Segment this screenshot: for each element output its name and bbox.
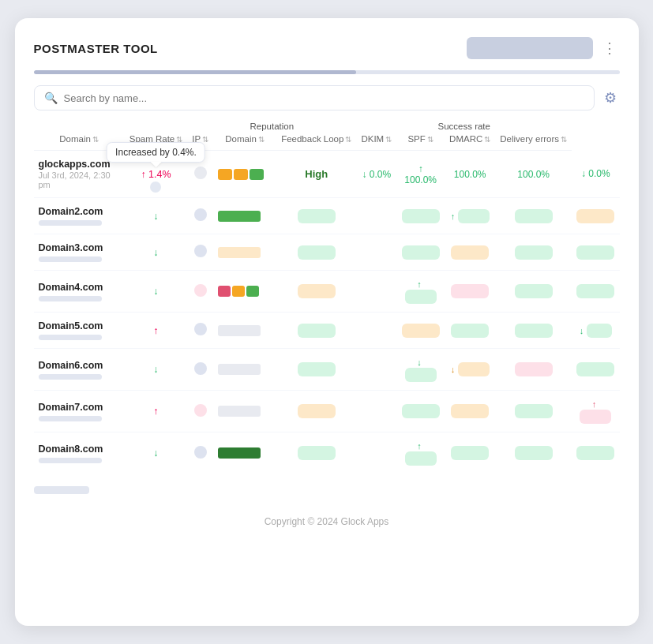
ip-circle <box>194 208 207 221</box>
dkim-cell <box>396 391 445 432</box>
extra-cell <box>356 313 396 349</box>
delivery-cell <box>572 234 619 271</box>
feedback-cell <box>276 391 356 432</box>
app-title: POSTMASTER TOOL <box>34 42 158 55</box>
table-body: glockapps.comJul 3rd, 2024, 2:30 pm Incr… <box>34 151 620 474</box>
spam-value: ↓ <box>153 211 158 222</box>
col-dkim: DKIM⇅ <box>356 131 396 151</box>
ip-circle <box>194 446 207 459</box>
success-rate-group-header: Success rate <box>356 122 572 131</box>
table-row: Domain2.com↓ ↑ <box>34 198 620 234</box>
spf-cell: 100.0% <box>445 151 495 198</box>
domain-cell: Domain4.com <box>34 271 125 313</box>
rep-bar-cell <box>213 151 276 198</box>
main-card: POSTMASTER TOOL ⋮ 🔍 ⚙ Reputation Success… <box>15 18 639 626</box>
spam-rate-cell: Increased by 0.4%. ↑ 1.4% <box>125 151 188 198</box>
spam-rate-cell: ↑ <box>125 313 188 349</box>
spam-value: ↑ <box>153 325 158 336</box>
feedback-cell <box>276 234 356 271</box>
rep-bar-cell <box>213 313 276 349</box>
spam-rate-cell: ↓ <box>125 349 188 391</box>
search-box: 🔍 <box>34 85 595 110</box>
spam-value: ↓ <box>153 286 158 297</box>
copyright-text: Copyright © 2024 Glock Apps <box>265 516 389 527</box>
spam-value: ↓ <box>153 447 158 459</box>
spf-value: 100.0% <box>454 169 486 180</box>
spam-value: ↓ <box>153 247 158 258</box>
domain-cell: Domain5.com <box>34 313 125 349</box>
domain-cell: Domain3.com <box>34 234 125 271</box>
spam-value: ↑ <box>153 406 158 417</box>
ip-cell <box>187 271 213 313</box>
extra-cell <box>356 432 396 474</box>
dmarc-cell <box>495 271 572 313</box>
table-row: Domain8.com↓ ↑ <box>34 432 620 474</box>
search-icon: 🔍 <box>44 92 58 104</box>
spam-value: ↓ <box>153 364 158 375</box>
dmarc-cell <box>495 313 572 349</box>
settings-icon[interactable]: ⚙ <box>601 86 620 110</box>
ip-circle <box>194 245 207 257</box>
dmarc-value: 100.0% <box>517 169 550 180</box>
col-dmarc: DMARC⇅ <box>445 131 495 151</box>
dkim-cell <box>396 313 445 349</box>
rep-bars <box>218 286 272 297</box>
table-row: Domain4.com↓ ↑ <box>34 271 620 313</box>
col-rep-domain: Domain⇅ <box>213 131 276 151</box>
rep-bar-cell <box>213 432 276 474</box>
spam-rate-cell: ↓ <box>125 432 188 474</box>
dmarc-cell <box>495 432 572 474</box>
domain-name: Domain2.com <box>39 206 120 217</box>
domain-name: Domain5.com <box>39 320 120 331</box>
reputation-group-header: Reputation <box>187 122 356 131</box>
spf-cell <box>445 234 495 271</box>
feedback-cell <box>276 313 356 349</box>
extra-cell <box>356 198 396 234</box>
rep-bar-cell <box>213 271 276 313</box>
ip-circle <box>194 167 207 179</box>
extra-cell <box>356 271 396 313</box>
spf-cell: ↓ <box>445 349 495 391</box>
header-bar <box>467 37 593 59</box>
pagination-bar <box>34 486 89 494</box>
search-input[interactable] <box>64 92 584 104</box>
rep-bars <box>218 406 272 417</box>
spam-rate-cell: ↑ <box>125 391 188 432</box>
delivery-value: ↓ 0.0% <box>581 168 610 179</box>
col-delivery: Delivery errors⇅ <box>495 131 572 151</box>
domain-name: Domain6.com <box>39 360 120 371</box>
rep-bars <box>218 447 272 459</box>
ip-cell <box>187 313 213 349</box>
dmarc-cell <box>495 234 572 271</box>
domain-date-bar <box>39 296 102 301</box>
table-row: Domain7.com↑ ↑ <box>34 391 620 432</box>
dmarc-cell <box>495 391 572 432</box>
rep-bars <box>218 211 272 222</box>
domain-date-bar <box>39 220 102 226</box>
feedback-cell: High <box>276 151 356 198</box>
rep-bar-cell <box>213 198 276 234</box>
dkim-value: ↑ 100.0% <box>404 163 437 185</box>
extra-cell <box>356 391 396 432</box>
rep-bar-cell <box>213 349 276 391</box>
more-options-icon[interactable]: ⋮ <box>599 38 620 58</box>
domain-date-bar <box>39 335 102 340</box>
domain-date-bar <box>39 458 102 463</box>
dkim-cell: ↑ 100.0% <box>396 151 445 198</box>
footer: Copyright © 2024 Glock Apps <box>34 510 620 527</box>
domain-date: Jul 3rd, 2024, 2:30 pm <box>39 170 120 189</box>
col-feedback: Feedback Loop⇅ <box>276 131 356 151</box>
table-row: Domain5.com↑ ↓ <box>34 313 620 349</box>
delivery-cell <box>572 349 619 391</box>
ip-cell <box>187 234 213 271</box>
spam-tooltip-wrap: Increased by 0.4%. ↑ 1.4% <box>141 169 171 180</box>
dkim-cell: ↑ <box>396 432 445 474</box>
domain-cell: Domain6.com <box>34 349 125 391</box>
spf-cell: ↑ <box>445 198 495 234</box>
feedback-value: ↓ 0.0% <box>362 169 391 180</box>
search-row: 🔍 ⚙ <box>34 85 620 110</box>
domain-name: Domain4.com <box>39 282 120 293</box>
domain-date-bar <box>39 374 102 380</box>
progress-bar <box>34 70 620 74</box>
ip-cell <box>187 198 213 234</box>
